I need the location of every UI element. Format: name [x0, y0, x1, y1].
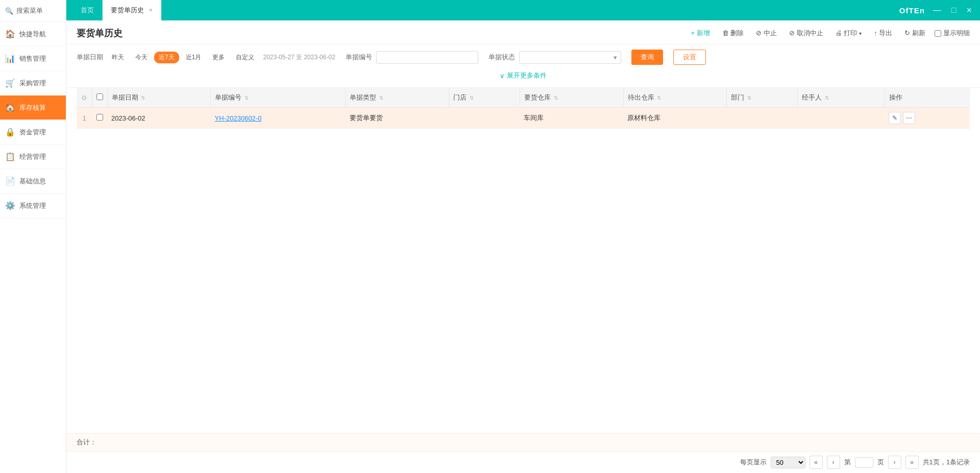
sort-number-icon[interactable]: ⇅: [244, 95, 249, 101]
col-req-warehouse-label: 要货仓库: [524, 93, 551, 101]
sidebar-item-label: 经营管理: [19, 152, 46, 161]
finance-icon: 🔒: [5, 127, 15, 137]
page-title: 要货单历史: [77, 27, 122, 39]
window-minimize-btn[interactable]: —: [931, 6, 943, 15]
sidebar-item-label: 快捷导航: [19, 30, 46, 39]
col-store-label: 门店: [453, 93, 467, 101]
row-more-button[interactable]: ⋯: [903, 112, 915, 124]
col-type[interactable]: 单据类型 ⇅: [346, 88, 449, 108]
col-checkbox: [92, 88, 107, 108]
doc-number-label: 单据编号: [346, 53, 372, 62]
page-input[interactable]: 1: [855, 457, 873, 468]
window-close-btn[interactable]: ×: [964, 5, 974, 16]
sidebar-search[interactable]: 🔍 搜索菜单: [0, 0, 66, 22]
date-btn-7days[interactable]: 近7天: [154, 52, 179, 63]
date-btn-custom[interactable]: 自定义: [231, 52, 259, 63]
brand-name: OfTEn: [899, 6, 925, 15]
tab-requisition-label: 要货单历史: [111, 6, 144, 15]
row-edit-button[interactable]: ✎: [889, 112, 901, 124]
tab-home[interactable]: 首页: [72, 0, 103, 20]
sort-date-icon[interactable]: ⇅: [141, 95, 145, 101]
system-icon: ⚙️: [5, 201, 15, 210]
display-detail-checkbox[interactable]: [935, 30, 941, 37]
purchase-icon: 🛒: [5, 78, 15, 88]
new-button[interactable]: + 新增: [688, 27, 713, 40]
sidebar-item-label: 基础信息: [19, 177, 46, 186]
sort-handler-icon[interactable]: ⇅: [825, 95, 829, 101]
delete-button[interactable]: 🗑 删除: [719, 27, 747, 40]
sidebar-item-label: 采购管理: [19, 79, 46, 88]
settings-gear-icon[interactable]: ⚙: [81, 94, 87, 102]
print-label: 🖨 打印: [836, 29, 857, 38]
first-page-button[interactable]: «: [810, 456, 823, 469]
per-page-select[interactable]: 50 20 100 200: [771, 457, 805, 468]
expand-more-btn[interactable]: ∨ 展开更多条件: [77, 69, 970, 82]
page-area: 要货单历史 + 新增 🗑 删除 ⊘ 中止 ⊘ 取消中止 🖨 打印 ▾ ↑ 导出 …: [66, 20, 980, 473]
print-dropdown-icon[interactable]: ▾: [859, 31, 862, 36]
select-all-checkbox[interactable]: [96, 93, 103, 100]
doc-number-filter-group: 单据编号: [346, 51, 478, 64]
col-pending-warehouse-label: 待出仓库: [628, 93, 654, 101]
query-button[interactable]: 查询: [631, 50, 663, 65]
col-department[interactable]: 部门 ⇅: [727, 88, 798, 108]
status-select-wrapper: [519, 51, 621, 64]
col-store[interactable]: 门店 ⇅: [449, 88, 520, 108]
sidebar-item-finance[interactable]: 🔒 资金管理: [0, 120, 66, 145]
refresh-button[interactable]: ↻ 刷新: [901, 27, 928, 40]
tab-requisition-history[interactable]: 要货单历史 ×: [103, 0, 161, 20]
row-number[interactable]: YH-20230602-0: [211, 108, 346, 129]
sidebar-item-label: 资金管理: [19, 128, 46, 137]
status-select[interactable]: [519, 51, 621, 64]
sidebar-item-purchase[interactable]: 🛒 采购管理: [0, 71, 66, 96]
date-btn-more[interactable]: 更多: [208, 52, 229, 63]
settings-button[interactable]: 设置: [673, 50, 706, 65]
sidebar-item-sales[interactable]: 📊 销售管理: [0, 46, 66, 71]
row-actions: ✎ ⋯: [889, 112, 966, 124]
sidebar-item-system[interactable]: ⚙️ 系统管理: [0, 194, 66, 218]
col-pending-warehouse[interactable]: 待出仓库 ⇅: [623, 88, 727, 108]
export-button[interactable]: ↑ 导出: [871, 27, 895, 40]
page-unit-label: 页: [877, 458, 884, 467]
next-page-button[interactable]: ›: [888, 456, 901, 469]
row-checkbox[interactable]: [96, 114, 103, 121]
date-btn-yesterday[interactable]: 昨天: [107, 52, 129, 63]
col-actions-label: 操作: [889, 93, 902, 101]
sidebar-item-quick-nav[interactable]: 🏠 快捷导航: [0, 22, 66, 46]
cancel-stop-button[interactable]: ⊘ 取消中止: [786, 27, 826, 40]
row-store: [449, 108, 520, 129]
col-handler[interactable]: 经手人 ⇅: [797, 88, 885, 108]
sort-store-icon[interactable]: ⇅: [470, 95, 474, 101]
sidebar: 🔍 搜索菜单 🏠 快捷导航 📊 销售管理 🛒 采购管理 🏠 库存核算 🔒 资金管…: [0, 0, 66, 473]
date-btn-1month[interactable]: 近1月: [181, 52, 206, 63]
tab-close-icon[interactable]: ×: [149, 7, 153, 14]
prev-page-button[interactable]: ‹: [827, 456, 840, 469]
page-header: 要货单历史 + 新增 🗑 删除 ⊘ 中止 ⊘ 取消中止 🖨 打印 ▾ ↑ 导出 …: [66, 20, 980, 44]
sort-pending-warehouse-icon[interactable]: ⇅: [657, 95, 661, 101]
sort-department-icon[interactable]: ⇅: [747, 95, 751, 101]
table-body: 1 2023-06-02 YH-20230602-0 要货单要货 车间库 原材料…: [77, 108, 970, 129]
sort-type-icon[interactable]: ⇅: [379, 95, 383, 101]
display-detail-button[interactable]: 显示明细: [935, 29, 970, 38]
sidebar-search-label: 搜索菜单: [16, 6, 43, 15]
row-number-link[interactable]: YH-20230602-0: [215, 114, 262, 122]
row-department: [727, 108, 798, 129]
date-buttons: 昨天 今天 近7天 近1月 更多 自定义: [107, 52, 259, 63]
col-date[interactable]: 单据日期 ⇅: [107, 88, 211, 108]
sort-req-warehouse-icon[interactable]: ⇅: [554, 95, 558, 101]
topbar: 首页 要货单历史 × OfTEn — □ ×: [66, 0, 980, 20]
col-actions: 操作: [885, 88, 970, 108]
date-btn-today[interactable]: 今天: [131, 52, 152, 63]
row-pending-warehouse: 原材料仓库: [623, 108, 727, 129]
col-settings[interactable]: ⚙: [77, 88, 92, 108]
print-button[interactable]: 🖨 打印 ▾: [832, 27, 865, 40]
col-number[interactable]: 单据编号 ⇅: [211, 88, 346, 108]
pagination-bar: 每页显示 50 20 100 200 « ‹ 第 1 页 › » 共1页，1条记…: [66, 451, 980, 473]
doc-number-input[interactable]: [376, 51, 478, 64]
sidebar-item-inventory[interactable]: 🏠 库存核算: [0, 96, 66, 120]
sidebar-item-basic-info[interactable]: 📄 基础信息: [0, 169, 66, 194]
sidebar-item-operations[interactable]: 📋 经营管理: [0, 145, 66, 169]
stop-button[interactable]: ⊘ 中止: [753, 27, 780, 40]
last-page-button[interactable]: »: [905, 456, 919, 469]
window-maximize-btn[interactable]: □: [949, 6, 959, 15]
col-req-warehouse[interactable]: 要货仓库 ⇅: [520, 88, 623, 108]
